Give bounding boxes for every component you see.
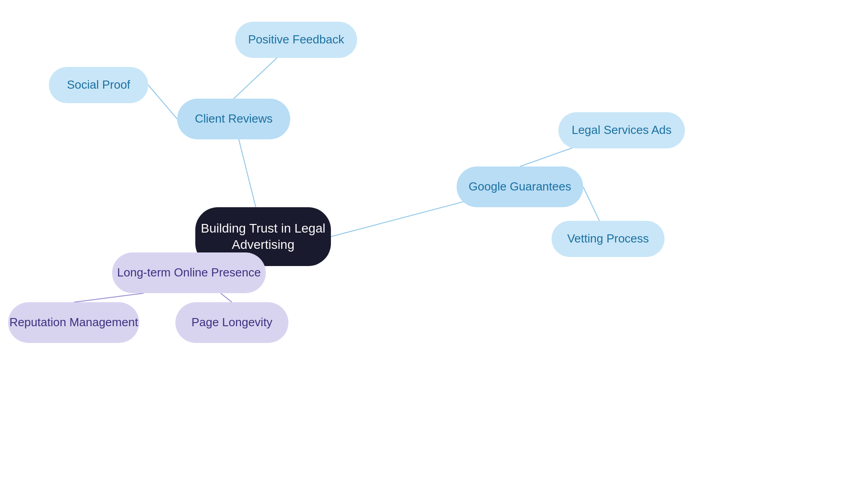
client-reviews-label: Client Reviews — [195, 111, 273, 127]
center-node-label: Building Trust in Legal Advertising — [195, 220, 331, 253]
svg-line-7 — [74, 293, 144, 302]
vetting-process-node: Vetting Process — [552, 221, 665, 257]
google-guarantees-label: Google Guarantees — [469, 179, 571, 195]
longterm-online-node: Long-term Online Presence — [112, 252, 266, 293]
legal-services-ads-node: Legal Services Ads — [558, 112, 685, 148]
vetting-process-label: Vetting Process — [567, 231, 649, 247]
positive-feedback-node: Positive Feedback — [235, 22, 357, 58]
svg-line-2 — [148, 85, 177, 119]
longterm-online-label: Long-term Online Presence — [117, 265, 261, 281]
reputation-mgmt-node: Reputation Management — [8, 302, 139, 343]
positive-feedback-label: Positive Feedback — [248, 32, 344, 48]
client-reviews-node: Client Reviews — [177, 99, 290, 139]
page-longevity-node: Page Longevity — [175, 302, 288, 343]
svg-line-8 — [221, 293, 232, 302]
page-longevity-label: Page Longevity — [191, 315, 272, 330]
reputation-mgmt-label: Reputation Management — [9, 315, 138, 330]
social-proof-label: Social Proof — [67, 77, 130, 93]
legal-services-ads-label: Legal Services Ads — [571, 123, 671, 138]
google-guarantees-node: Google Guarantees — [457, 167, 583, 207]
social-proof-node: Social Proof — [49, 67, 148, 103]
